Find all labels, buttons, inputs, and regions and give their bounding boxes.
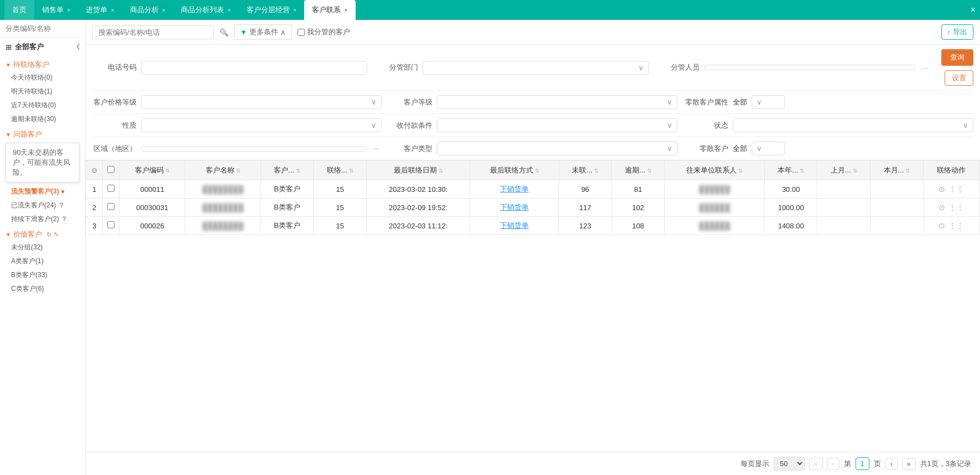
more-conditions-arrow: ∧: [280, 28, 286, 36]
last-page-button[interactable]: »: [902, 458, 916, 470]
export-button[interactable]: ↑ 导出: [941, 24, 974, 40]
tab-customer-layer[interactable]: 客户分层经营 ×: [239, 0, 304, 20]
row-checkbox-2[interactable]: [107, 221, 114, 228]
sort-code-icon[interactable]: ⇅: [165, 168, 170, 174]
status-select[interactable]: ∨: [733, 118, 973, 132]
action-more-icon-2[interactable]: ⋮⋮: [948, 221, 964, 230]
action-more-icon-1[interactable]: ⋮⋮: [948, 203, 964, 212]
price-level-select[interactable]: ∨: [141, 95, 382, 109]
sort-nocontact-icon[interactable]: ⇅: [594, 168, 598, 174]
select-all-checkbox[interactable]: [107, 166, 114, 173]
action-contact-icon-0[interactable]: ⊙: [939, 185, 945, 194]
payment-select[interactable]: ∨: [437, 118, 677, 132]
dept-select[interactable]: ∨: [423, 61, 649, 75]
payment-label: 收付款条件: [388, 121, 432, 131]
query-button[interactable]: 查询: [941, 49, 973, 66]
cell-last-method[interactable]: 下销货单: [470, 180, 559, 199]
sidebar-item-tomorrow[interactable]: 明天待联络(1): [0, 85, 85, 98]
collapse-sidebar-icon[interactable]: 《: [73, 43, 80, 52]
close-goods-analysis-icon[interactable]: ×: [162, 7, 165, 13]
cell-type: B类客户: [260, 180, 314, 199]
sort-year-icon[interactable]: ⇅: [800, 168, 804, 174]
sidebar-item-class-c[interactable]: C类客户(6): [0, 282, 85, 296]
cell-checkbox[interactable]: [103, 199, 119, 217]
close-customer-layer-icon[interactable]: ×: [293, 7, 296, 13]
tab-customer-contact[interactable]: 客户联系 ×: [304, 0, 355, 20]
sort-method-icon[interactable]: ⇅: [535, 168, 539, 174]
row-checkbox-0[interactable]: [107, 185, 114, 192]
action-contact-icon-2[interactable]: ⊙: [939, 221, 945, 230]
prev-page-button[interactable]: ‹: [827, 458, 840, 470]
close-sales-icon[interactable]: ×: [67, 7, 70, 13]
sidebar-all-customers[interactable]: ⊞ 全部客户 《: [0, 38, 85, 56]
next-page-button[interactable]: ›: [885, 458, 898, 470]
cell-checkbox[interactable]: [103, 217, 119, 235]
close-all-tabs-icon[interactable]: ×: [971, 5, 976, 15]
value-refresh-icon[interactable]: ↻: [46, 231, 51, 238]
close-goods-list-icon[interactable]: ×: [227, 7, 231, 13]
search-button-icon[interactable]: 🔍: [220, 28, 228, 36]
filter-bar: 🔍 ▼ 更多条件 ∧ 我分管的客户 ↑ 导出: [86, 20, 980, 45]
th-last-contact-method: 最后联络方式⇅: [470, 161, 559, 180]
sidebar-item-overdue[interactable]: 逾期未联络(30): [0, 112, 85, 126]
my-customers-checkbox[interactable]: [298, 29, 305, 36]
row-checkbox-1[interactable]: [107, 203, 114, 210]
cell-checkbox[interactable]: [103, 180, 119, 199]
sidebar-item-7days[interactable]: 近7天待联络(0): [0, 98, 85, 112]
tab-home[interactable]: 首页: [4, 0, 34, 20]
contact-method-link-0[interactable]: 下销货单: [500, 185, 529, 193]
sort-contact-icon[interactable]: ⇅: [349, 168, 353, 174]
sidebar-item-today[interactable]: 今天待联络(0): [0, 71, 85, 85]
tab-goods-list[interactable]: 商品分析列表 ×: [173, 0, 238, 20]
sort-type-icon[interactable]: ⇅: [296, 168, 300, 174]
phone-input[interactable]: [141, 61, 367, 75]
search-input[interactable]: [92, 25, 214, 39]
sidebar-item-churned[interactable]: 已流失客户(24) ？: [0, 199, 85, 212]
sort-month-icon[interactable]: ⇅: [905, 168, 910, 174]
sidebar-search-input[interactable]: [6, 24, 86, 33]
sidebar-group-value[interactable]: ▼ 价值客户 ↻ ✎: [0, 226, 85, 241]
manager-select[interactable]: [704, 65, 915, 70]
settings-gear-icon[interactable]: ⚙: [91, 166, 98, 175]
region-dots[interactable]: ···: [371, 144, 382, 153]
sidebar-item-ungrouped[interactable]: 未分组(32): [0, 241, 85, 254]
sort-overdue-icon[interactable]: ⇅: [647, 168, 651, 174]
table-row: 3 000026 ████████ B类客户 15 2023-02-03 11:…: [86, 217, 980, 235]
customer-type-select[interactable]: ∨: [437, 142, 677, 155]
manager-dots[interactable]: ···: [920, 64, 930, 72]
my-customers-checkbox-area[interactable]: 我分管的客户: [298, 27, 350, 37]
tab-sales[interactable]: 销售单 ×: [34, 0, 78, 20]
contact-method-link-2[interactable]: 下销货单: [500, 221, 529, 229]
sort-date-icon[interactable]: ⇅: [439, 168, 443, 174]
cell-last-method[interactable]: 下销货单: [470, 199, 559, 217]
region-select[interactable]: [141, 146, 367, 152]
cell-last-method[interactable]: 下销货单: [470, 217, 559, 235]
per-page-select[interactable]: 50 100: [774, 457, 805, 471]
tab-goods-analysis[interactable]: 商品分析 ×: [122, 0, 173, 20]
sidebar-item-churn-warning[interactable]: 流失预警客户(3) ●: [0, 185, 85, 199]
zero-customer-select[interactable]: ∨: [752, 142, 785, 155]
close-customer-contact-icon[interactable]: ×: [344, 7, 347, 13]
sidebar-item-declining[interactable]: 持续下滑客户(2) ？: [0, 212, 85, 226]
sidebar-group-problem[interactable]: ▼ 问题客户: [0, 126, 85, 140]
more-conditions-button[interactable]: ▼ 更多条件 ∧: [234, 24, 292, 40]
zero-attr-select[interactable]: ∨: [752, 95, 785, 109]
sort-name-icon[interactable]: ⇅: [236, 168, 241, 174]
sidebar-item-class-a[interactable]: A类客户(1): [0, 254, 85, 268]
settings-button[interactable]: 设置: [945, 70, 973, 86]
sort-person-icon[interactable]: ⇅: [738, 168, 743, 174]
sidebar-group-pending[interactable]: ▼ 待联络客户: [0, 56, 85, 71]
tab-purchase[interactable]: 进货单 ×: [78, 0, 122, 20]
first-page-button[interactable]: «: [809, 458, 823, 470]
customer-type-label: 客户类型: [388, 144, 432, 154]
action-more-icon-0[interactable]: ⋮⋮: [948, 185, 964, 194]
nature-select[interactable]: ∨: [141, 118, 382, 132]
sort-lastmonth-icon[interactable]: ⇅: [853, 168, 857, 174]
action-contact-icon-1[interactable]: ⊙: [939, 203, 945, 212]
customer-level-select[interactable]: ∨: [437, 95, 677, 109]
sidebar-item-class-b[interactable]: B类客户(33): [0, 268, 85, 282]
close-purchase-icon[interactable]: ×: [111, 7, 114, 13]
contact-method-link-1[interactable]: 下销货单: [500, 203, 529, 211]
cell-name: ████████: [185, 217, 260, 235]
value-edit-icon[interactable]: ✎: [54, 231, 59, 238]
